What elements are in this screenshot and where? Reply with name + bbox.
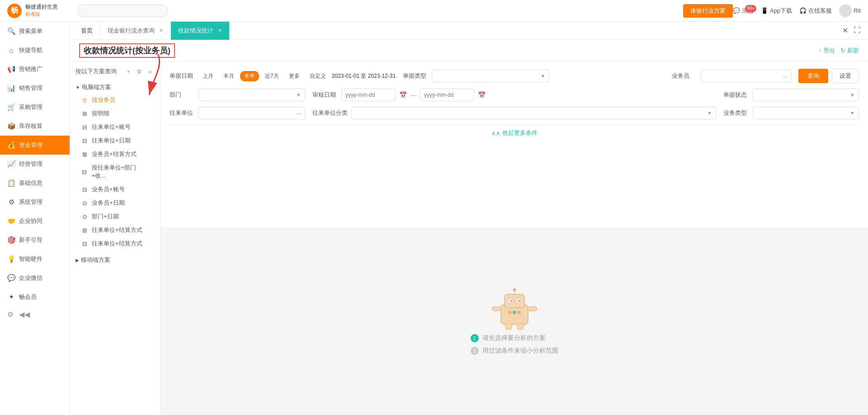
sidebar-item-member[interactable]: ✦ 畅会员: [0, 288, 70, 307]
sidebar-bottom-actions: ⚙ ◀◀: [0, 307, 70, 322]
message-action[interactable]: 💬 消息 99+: [733, 7, 754, 15]
logo-name: 畅捷通好生意: [25, 4, 58, 11]
scheme-item-salesman-date[interactable]: ⊙ 业务员+日期: [70, 196, 160, 210]
query-button[interactable]: 查询: [798, 69, 828, 83]
logo-area: 畅 畅捷通好生意 标准版: [7, 4, 77, 18]
partner-input[interactable]: ···: [198, 107, 305, 119]
scheme-item-icon: ⊙: [81, 96, 88, 104]
date-label: 单据日期: [170, 72, 195, 80]
calendar-icon[interactable]: 📅: [478, 91, 486, 99]
refresh-button[interactable]: ↻ 刷新: [840, 47, 859, 55]
date-tab-this-year[interactable]: 本年: [240, 71, 259, 81]
sidebar-item-basic[interactable]: 📋 基础信息: [0, 174, 70, 193]
trial-button[interactable]: 体验行业方案: [683, 4, 733, 18]
scheme-item-icon: ⊟: [81, 123, 88, 131]
sidebar-item-purchase[interactable]: 🛒 采购管理: [0, 98, 70, 117]
date-range-text: 2023-01-01 至 2023-12-31: [332, 72, 396, 80]
date-tab-this-month[interactable]: 本月: [219, 71, 238, 81]
scheme-group-mobile: ▶ 移动端方案: [70, 252, 160, 268]
sidebar-item-label: 新手引导: [19, 236, 42, 244]
filter-row-1: 单据日期 上月 本月 本年 近7天 更多 自定义 20: [170, 69, 859, 83]
purchase-icon: 🛒: [7, 103, 15, 111]
scheme-item-partner-payment1[interactable]: ⊞ 往来单位+结算方式: [70, 223, 160, 237]
more-icon[interactable]: ···: [296, 110, 301, 117]
scheme-item-icon: ⊙: [81, 199, 88, 207]
sidebar-gear-icon[interactable]: ⚙: [7, 310, 14, 319]
export-button[interactable]: ↑ 导出: [819, 47, 835, 55]
date-control: 上月 本月 本年 近7天 更多 自定义 2023-01-01 至 2023-12…: [198, 71, 396, 81]
biz-type-select[interactable]: ▼: [752, 107, 859, 119]
page-header: 收款情况统计(按业务员) ↑ 导出 ↻ 刷新: [70, 40, 868, 61]
sidebar-item-finance[interactable]: 💰 资金管理: [0, 136, 70, 155]
scheme-item-partner-payment2[interactable]: ⊟ 往来单位+结算方式: [70, 237, 160, 250]
scheme-item-salesman-payment[interactable]: ⊠ 业务员+结算方式: [70, 147, 160, 161]
scheme-group-mobile-title[interactable]: ▶ 移动端方案: [70, 254, 160, 266]
tab-collection-label: 收款情况统计: [178, 27, 213, 35]
sidebar-item-label: 搜索菜单: [19, 27, 42, 35]
user-area[interactable]: Rit: [839, 5, 861, 17]
page-title: 收款情况统计(按业务员): [79, 43, 175, 58]
tab-bank[interactable]: 现金银行流水查询 ✕: [100, 22, 171, 40]
tab-home[interactable]: 首页: [74, 22, 100, 40]
scheme-item-by-detail[interactable]: ⊞ 按明细: [70, 107, 160, 120]
empty-tips: 请先选择要分析的方案 用过滤条件来缩小分析范围: [471, 331, 558, 357]
scheme-item-label: 往来单位+账号: [92, 123, 131, 131]
settings-button[interactable]: 设置: [832, 69, 859, 83]
sidebar-item-marketing[interactable]: 📢 营销推广: [0, 60, 70, 79]
tab-collection[interactable]: 收款情况统计 ✕: [171, 22, 230, 40]
sidebar-item-enterprise[interactable]: 🤝 企业协同: [0, 212, 70, 231]
collapse-label: 收起更多条件: [502, 129, 538, 137]
scheme-settings-button[interactable]: ⚙: [135, 67, 144, 76]
doc-type-select[interactable]: ▼: [432, 70, 549, 82]
scheme-item-partner-account[interactable]: ⊟ 往来单位+账号: [70, 120, 160, 134]
sidebar-item-hardware[interactable]: 💡 智能硬件: [0, 250, 70, 269]
sidebar-item-search-menu[interactable]: 🔍 搜索菜单: [0, 22, 70, 41]
calendar-icon[interactable]: 📅: [399, 91, 407, 99]
tab-bank-close[interactable]: ✕: [159, 28, 163, 33]
right-panel: 单据日期 上月 本月 本年 近7天 更多 自定义 20: [160, 61, 868, 415]
sidebar-item-sales[interactable]: 📊 销售管理: [0, 79, 70, 98]
scheme-item-partner-dept[interactable]: ⊟ 按往来单位+部门+收...: [70, 161, 160, 183]
date-tab-custom[interactable]: 自定义: [306, 71, 330, 81]
scheme-item-salesman-account[interactable]: ⊟ 业务员+账号: [70, 183, 160, 196]
scheme-collapse-button[interactable]: «: [146, 67, 155, 76]
tab-expand-icon[interactable]: ⛶: [854, 26, 861, 35]
date-tab-more[interactable]: 更多: [285, 71, 304, 81]
date-tab-last-month[interactable]: 上月: [198, 71, 217, 81]
tab-close-all-icon[interactable]: ✕: [842, 26, 848, 35]
scheme-item-dept-date[interactable]: ⊙ 部门+日期: [70, 210, 160, 223]
sidebar-item-system[interactable]: ⚙ 系统管理: [0, 193, 70, 212]
more-icon[interactable]: ···: [782, 73, 787, 80]
review-date-from[interactable]: [341, 89, 396, 101]
review-date-to[interactable]: [420, 89, 474, 101]
scheme-item-by-salesman[interactable]: ⊙ 按业务员: [70, 93, 160, 107]
sidebar-item-quick-nav[interactable]: ⌂ 快捷导航: [0, 41, 70, 60]
sidebar-item-inventory[interactable]: 📦 库存核算: [0, 117, 70, 136]
partner-cat-select[interactable]: ▼: [351, 107, 716, 119]
scheme-add-button[interactable]: +: [124, 67, 133, 76]
sidebar-item-label: 快捷导航: [19, 46, 42, 54]
message-icon: 💬: [733, 7, 740, 14]
doc-type-label: 单据类型: [403, 72, 428, 80]
scheme-item-label: 按明细: [92, 109, 109, 118]
empty-illustration: [487, 286, 542, 331]
service-action[interactable]: 🎧 在线客服: [799, 7, 832, 15]
sidebar-item-guide[interactable]: 🎯 新手引导: [0, 231, 70, 250]
salesman-input[interactable]: ···: [701, 70, 791, 82]
search-input[interactable]: [77, 5, 168, 17]
scheme-item-partner-date[interactable]: ⊟ 往来单位+日期: [70, 134, 160, 147]
scheme-group-desktop-title[interactable]: ▼ 电脑端方案: [70, 81, 160, 93]
doc-status-select[interactable]: ▼: [752, 89, 859, 101]
sidebar-item-wechat[interactable]: 💬 企业微信: [0, 269, 70, 288]
salesman-label: 业务员: [672, 72, 697, 80]
chevron-down-icon: ▼: [540, 73, 545, 79]
logo-icon: 畅: [7, 4, 22, 18]
collapse-bar[interactable]: ∧∧ 收起更多条件: [170, 125, 859, 141]
date-tab-7days[interactable]: 近7天: [261, 71, 283, 81]
chevron-down-icon: ▼: [850, 92, 855, 98]
app-download-action[interactable]: 📱 App下载: [761, 7, 792, 15]
sidebar-collapse-icon[interactable]: ◀◀: [19, 310, 30, 319]
dept-select[interactable]: ▼: [198, 89, 305, 101]
tab-collection-close[interactable]: ✕: [218, 28, 222, 33]
sidebar-item-operations[interactable]: 📈 经营管理: [0, 155, 70, 174]
